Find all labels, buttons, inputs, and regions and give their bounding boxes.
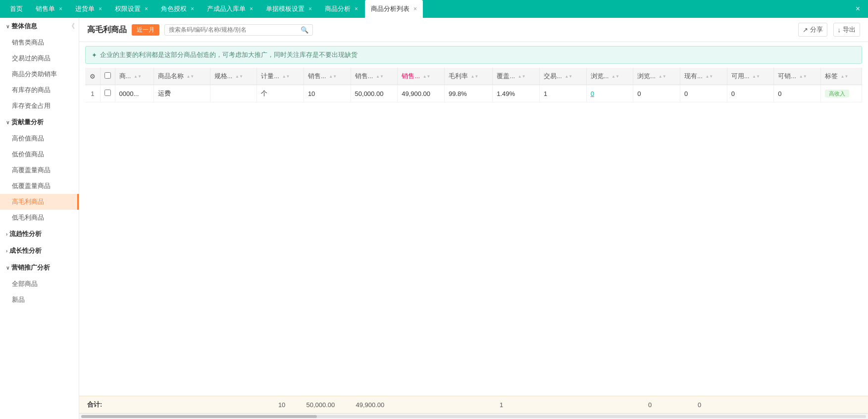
sidebar-group-marketing[interactable]: ∨ 营销推广分析 — [0, 259, 79, 276]
scroll-track[interactable] — [81, 415, 866, 418]
row-sales-amount: 50,000.00 — [351, 85, 398, 102]
row-checkbox-cell[interactable] — [100, 85, 115, 102]
col-sales-profit[interactable]: 销售... ▲▼ — [398, 68, 445, 85]
sidebar-item-all-goods[interactable]: 全部商品 — [0, 276, 79, 292]
row-browse1[interactable]: 0 — [586, 85, 633, 102]
nav-finished-goods[interactable]: 产成品入库单 × — [201, 0, 259, 18]
nav-role-auth[interactable]: 角色授权 × — [155, 0, 200, 18]
col-code[interactable]: 商... ▲▼ — [115, 68, 153, 85]
sort-icon-gross-rate[interactable]: ▲▼ — [471, 75, 479, 79]
sidebar-item-low-coverage[interactable]: 低覆盖量商品 — [0, 178, 79, 194]
export-button[interactable]: ↓ 导出 — [833, 23, 861, 37]
sort-icon-sales-qty[interactable]: ▲▼ — [329, 75, 337, 79]
chevron-right-icon-2: › — [6, 248, 7, 254]
table-row: 1 0000... 运费 个 10 50,000.00 49,900.00 99… — [85, 85, 862, 102]
sidebar-item-sales-goods[interactable]: 销售类商品 — [0, 35, 79, 50]
table-container[interactable]: ⚙ 商... ▲▼ 商品名称 ▲▼ 规格... — [85, 68, 862, 396]
col-coverage[interactable]: 覆盖... ▲▼ — [493, 68, 540, 85]
col-sales-qty[interactable]: 销售... ▲▼ — [304, 68, 351, 85]
sidebar-item-high-coverage[interactable]: 高覆盖量商品 — [0, 162, 79, 178]
col-name[interactable]: 商品名称 ▲▼ — [153, 68, 210, 85]
filter-recent-month-button[interactable]: 近一月 — [132, 24, 159, 36]
nav-product-analysis[interactable]: 商品分析 × — [319, 0, 364, 18]
nav-product-analysis-list[interactable]: 商品分析列表 × — [365, 0, 423, 18]
nav-close-sales-order[interactable]: × — [59, 5, 62, 12]
sidebar-item-high-margin[interactable]: 高毛利商品 — [0, 194, 79, 210]
scroll-thumb[interactable] — [81, 415, 317, 418]
row-checkbox[interactable] — [104, 90, 111, 96]
horizontal-scrollbar[interactable] — [79, 413, 868, 419]
nav-home[interactable]: 首页 — [4, 0, 29, 18]
window-close-button[interactable]: × — [852, 4, 864, 13]
sidebar-item-high-value[interactable]: 高价值商品 — [0, 131, 79, 146]
row-saleable: 0 — [774, 85, 821, 102]
select-all-checkbox[interactable] — [104, 72, 111, 79]
nav-sales-order[interactable]: 销售单 × — [30, 0, 68, 18]
col-spec[interactable]: 规格... ▲▼ — [210, 68, 257, 85]
row-transaction: 1 — [539, 85, 586, 102]
sort-icon-browse1[interactable]: ▲▼ — [612, 75, 619, 79]
footer-sales-amount: 50,000.00 — [295, 401, 335, 409]
nav-close-finished-goods[interactable]: × — [250, 5, 253, 12]
sidebar-group-growth[interactable]: › 成长性分析 — [0, 242, 79, 259]
col-available[interactable]: 可用... ▲▼ — [727, 68, 774, 85]
share-button[interactable]: ↗ 分享 — [798, 23, 827, 37]
nav-close-product-analysis[interactable]: × — [355, 5, 358, 12]
sidebar-item-in-stock[interactable]: 有库存的商品 — [0, 82, 79, 98]
table-footer: 合计: 10 50,000.00 49,900.00 1 0 0 — [79, 396, 868, 413]
col-browse2[interactable]: 浏览... ▲▼ — [633, 68, 680, 85]
col-gross-rate[interactable]: 毛利率 ▲▼ — [444, 68, 492, 85]
chevron-down-icon: ∨ — [6, 24, 9, 29]
sidebar-collapse-button[interactable]: 《 — [68, 22, 75, 31]
col-sales-amount[interactable]: 销售... ▲▼ — [351, 68, 398, 85]
col-transaction[interactable]: 交易... ▲▼ — [539, 68, 586, 85]
nav-close-role-auth[interactable]: × — [191, 5, 194, 12]
sidebar-item-stock-capital[interactable]: 库存资金占用 — [0, 98, 79, 114]
sidebar-group-overall[interactable]: ∨ 整体信息 — [0, 18, 79, 35]
nav-close-permission[interactable]: × — [145, 5, 148, 12]
search-box: 🔍 — [164, 24, 313, 36]
col-settings[interactable]: ⚙ — [85, 68, 100, 85]
info-bar: ✦ 企业的主要的利润都是这部分商品创造的，可考虑加大推广，同时关注库存是不要出现… — [85, 46, 862, 64]
sidebar-group-trend[interactable]: › 流趋性分析 — [0, 226, 79, 242]
sort-icon-sales-profit[interactable]: ▲▼ — [423, 75, 431, 79]
sort-icon-name[interactable]: ▲▼ — [186, 75, 194, 79]
nav-close-purchase-order[interactable]: × — [99, 5, 102, 12]
sort-icon-browse2[interactable]: ▲▼ — [659, 75, 666, 79]
col-unit[interactable]: 计量... ▲▼ — [257, 68, 304, 85]
status-badge: 高收入 — [825, 90, 849, 97]
row-spec — [210, 85, 257, 102]
sidebar-item-low-value[interactable]: 低价值商品 — [0, 146, 79, 162]
sort-icon-code[interactable]: ▲▼ — [134, 75, 142, 79]
nav-purchase-order[interactable]: 进货单 × — [69, 0, 108, 18]
sort-icon-tag[interactable]: ▲▼ — [841, 75, 849, 79]
main-layout: 《 ∨ 整体信息 销售类商品 交易过的商品 商品分类助销率 有库存的商品 库存资… — [0, 18, 868, 419]
sidebar-item-new-goods[interactable]: 新品 — [0, 292, 79, 308]
col-tag[interactable]: 标签 ▲▼ — [820, 68, 862, 85]
sort-icon-unit[interactable]: ▲▼ — [282, 75, 290, 79]
col-current[interactable]: 现有... ▲▼ — [680, 68, 727, 85]
sort-icon-coverage[interactable]: ▲▼ — [518, 75, 526, 79]
nav-template-settings[interactable]: 单据模板设置 × — [260, 0, 318, 18]
nav-permission-settings[interactable]: 权限设置 × — [109, 0, 154, 18]
sidebar-item-low-margin[interactable]: 低毛利商品 — [0, 210, 79, 226]
sort-icon-available[interactable]: ▲▼ — [752, 75, 760, 79]
sidebar-item-traded-goods[interactable]: 交易过的商品 — [0, 50, 79, 66]
sort-icon-current[interactable]: ▲▼ — [705, 75, 713, 79]
col-checkbox[interactable] — [100, 68, 115, 85]
sort-icon-transaction[interactable]: ▲▼ — [564, 75, 572, 79]
sort-icon-sales-amount[interactable]: ▲▼ — [376, 75, 384, 79]
share-icon: ↗ — [803, 26, 808, 34]
sidebar-group-contribution[interactable]: ∨ 贡献量分析 — [0, 114, 79, 131]
sort-icon-spec[interactable]: ▲▼ — [235, 75, 243, 79]
nav-close-analysis-list[interactable]: × — [413, 5, 417, 12]
nav-close-template[interactable]: × — [308, 5, 312, 12]
page-title: 高毛利商品 — [87, 25, 127, 35]
search-icon[interactable]: 🔍 — [301, 26, 308, 34]
col-saleable[interactable]: 可销... ▲▼ — [774, 68, 821, 85]
col-browse1[interactable]: 浏览... ▲▼ — [586, 68, 633, 85]
sort-icon-saleable[interactable]: ▲▼ — [799, 75, 807, 79]
search-input[interactable] — [169, 26, 298, 33]
sidebar-item-category-rate[interactable]: 商品分类助销率 — [0, 66, 79, 82]
row-sales-profit: 49,900.00 — [398, 85, 445, 102]
